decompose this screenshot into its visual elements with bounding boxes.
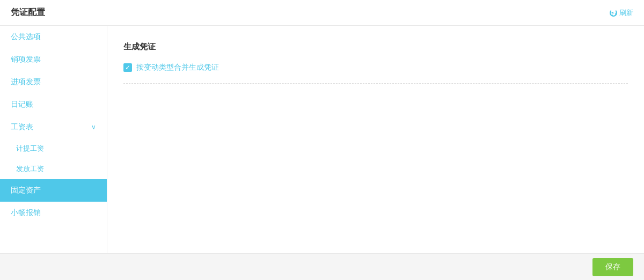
save-button[interactable]: 保存 [592,258,633,276]
sidebar-item-label: 进项发票 [11,77,41,87]
page-title: 凭证配置 [11,7,45,18]
body: 公共选项销项发票进项发票日记账工资表∨计提工资发放工资固定资产小畅报销 生成凭证… [0,26,644,253]
footer: 保存 [0,253,644,280]
section-title: 生成凭证 [123,42,628,52]
sidebar-item-label: 公共选项 [11,32,41,42]
sidebar-item-expense-report[interactable]: 小畅报销 [0,202,107,224]
refresh-button[interactable]: ↻ 刷新 [610,8,633,18]
sidebar-item-payroll-table[interactable]: 工资表∨ [0,116,107,138]
sidebar-item-label: 日记账 [11,100,33,109]
refresh-label: 刷新 [619,8,633,18]
page-wrapper: 凭证配置 ↻ 刷新 公共选项销项发票进项发票日记账工资表∨计提工资发放工资固定资… [0,0,644,280]
checkmark-icon: ✓ [125,64,130,71]
sidebar-item-fixed-assets[interactable]: 固定资产 [0,179,107,202]
chevron-down-icon: ∨ [91,123,96,131]
sidebar-item-label: 计提工资 [16,144,44,152]
header: 凭证配置 ↻ 刷新 [0,0,644,26]
sidebar-item-sales-invoice[interactable]: 销项发票 [0,48,107,71]
sidebar-item-payroll-accrual[interactable]: 计提工资 [0,138,107,159]
sidebar-item-label: 固定资产 [11,186,41,195]
sidebar-item-label: 工资表 [11,122,33,132]
section-divider [123,83,628,84]
sidebar: 公共选项销项发票进项发票日记账工资表∨计提工资发放工资固定资产小畅报销 [0,26,107,253]
sidebar-item-public-options[interactable]: 公共选项 [0,26,107,48]
sidebar-item-purchase-invoice[interactable]: 进项发票 [0,71,107,93]
refresh-icon: ↻ [610,9,617,17]
sidebar-item-label: 小畅报销 [11,208,41,218]
sidebar-item-label: 销项发票 [11,55,41,64]
sidebar-item-journal[interactable]: 日记账 [0,93,107,116]
checkbox-label[interactable]: 按变动类型合并生成凭证 [136,63,219,72]
merge-by-type-checkbox[interactable]: ✓ [123,63,132,72]
main-content: 生成凭证 ✓ 按变动类型合并生成凭证 [107,26,644,253]
sidebar-item-payroll-payment[interactable]: 发放工资 [0,159,107,179]
sidebar-item-label: 发放工资 [16,165,44,173]
checkbox-row: ✓ 按变动类型合并生成凭证 [123,63,628,72]
